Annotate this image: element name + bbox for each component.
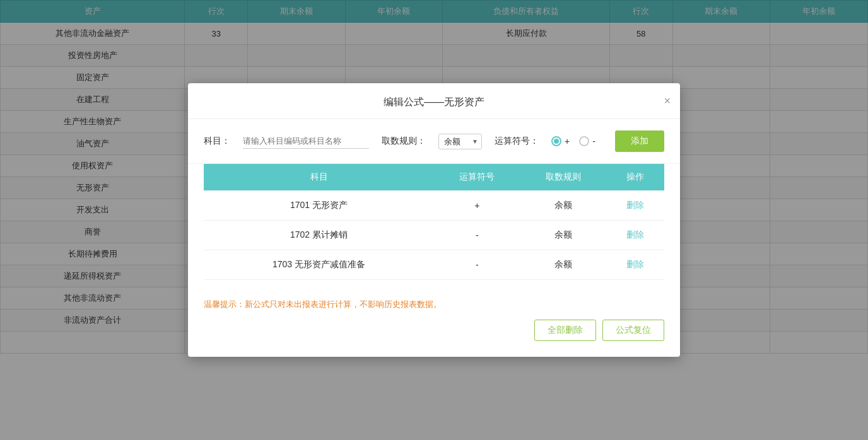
radio-minus-circle (579, 136, 589, 146)
delete-link[interactable]: 删除 (626, 229, 644, 240)
action-cell: 删除 (606, 191, 664, 221)
subject-input[interactable] (243, 134, 369, 149)
operator-cell: - (434, 221, 520, 250)
rule-cell: 余额 (520, 191, 606, 221)
subject-cell: 1702 累计摊销 (204, 221, 434, 250)
footer-buttons: 全部删除 公式复位 (204, 320, 664, 341)
formula-table-header: 科目运算符号取数规则操作 (204, 164, 664, 191)
table-row: 1703 无形资产减值准备-余额删除 (204, 250, 664, 280)
rule-select-wrapper[interactable]: 余额 发生额 ▼ (438, 134, 482, 149)
modal-footer: 温馨提示：新公式只对未出报表进行计算，不影响历史报表数据。 全部删除 公式复位 (188, 289, 680, 344)
add-button[interactable]: 添加 (615, 130, 664, 152)
formula-header-cell: 运算符号 (434, 164, 520, 191)
action-cell: 删除 (606, 250, 664, 280)
delete-link[interactable]: 删除 (626, 200, 644, 210)
subject-cell: 1703 无形资产减值准备 (204, 250, 434, 280)
modal-header: 编辑公式——无形资产 × (188, 83, 680, 119)
rule-cell: 余额 (520, 221, 606, 250)
operator-cell: + (434, 191, 520, 221)
formula-table: 科目运算符号取数规则操作 1701 无形资产+余额删除1702 累计摊销-余额删… (204, 164, 664, 280)
rule-select[interactable]: 余额 发生额 (438, 134, 482, 149)
operator-cell: - (434, 250, 520, 280)
operator-plus-radio[interactable]: + (551, 136, 570, 146)
modal-dialog: 编辑公式——无形资产 × 科目： 取数规则： 余额 发生额 ▼ 运算符号： + (188, 83, 680, 357)
close-button[interactable]: × (664, 95, 671, 107)
formula-header-cell: 科目 (204, 164, 434, 191)
rule-cell: 余额 (520, 250, 606, 280)
subject-label: 科目： (204, 136, 230, 147)
data-table-wrapper: 科目运算符号取数规则操作 1701 无形资产+余额删除1702 累计摊销-余额删… (188, 164, 680, 289)
radio-plus-circle (551, 136, 561, 146)
operator-minus-radio[interactable]: - (579, 136, 595, 146)
tip-text: 温馨提示：新公式只对未出报表进行计算，不影响历史报表数据。 (204, 299, 664, 310)
reset-formula-button[interactable]: 公式复位 (602, 320, 664, 341)
subject-cell: 1701 无形资产 (204, 191, 434, 221)
delete-link[interactable]: 删除 (626, 259, 644, 269)
modal-overlay: 编辑公式——无形资产 × 科目： 取数规则： 余额 发生额 ▼ 运算符号： + (0, 0, 868, 440)
operator-plus-label: + (565, 136, 570, 146)
modal-title: 编辑公式——无形资产 (384, 96, 484, 107)
table-row: 1702 累计摊销-余额删除 (204, 221, 664, 250)
form-row: 科目： 取数规则： 余额 发生额 ▼ 运算符号： + - (188, 119, 680, 164)
operator-minus-label: - (592, 136, 595, 146)
formula-header-cell: 操作 (606, 164, 664, 191)
operator-label: 运算符号： (495, 136, 539, 147)
operator-radio-group: + - (551, 136, 595, 146)
formula-table-body: 1701 无形资产+余额删除1702 累计摊销-余额删除1703 无形资产减值准… (204, 191, 664, 280)
delete-all-button[interactable]: 全部删除 (534, 320, 596, 341)
table-row: 1701 无形资产+余额删除 (204, 191, 664, 221)
formula-header-cell: 取数规则 (520, 164, 606, 191)
rule-label: 取数规则： (382, 136, 426, 147)
action-cell: 删除 (606, 221, 664, 250)
